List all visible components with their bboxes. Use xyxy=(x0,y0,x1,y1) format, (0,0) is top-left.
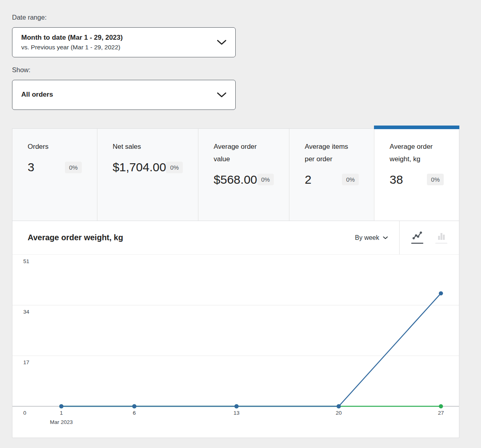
delta-badge: 0% xyxy=(257,174,274,185)
interval-select[interactable]: By week xyxy=(344,221,399,254)
summary-card-label: Orders xyxy=(28,141,82,153)
chevron-down-icon xyxy=(383,236,388,239)
active-type-indicator xyxy=(411,243,423,244)
delta-badge: 0% xyxy=(427,174,444,185)
svg-text:13: 13 xyxy=(234,410,240,416)
svg-text:51: 51 xyxy=(23,258,29,264)
show-select[interactable]: All orders xyxy=(12,80,236,110)
date-range-select-text: Month to date (Mar 1 - 29, 2023) vs. Pre… xyxy=(21,33,123,52)
chart-header: Average order weight, kg By week xyxy=(12,221,459,255)
line-chart-toggle-button[interactable] xyxy=(411,231,423,244)
summary-card-orders[interactable]: Orders 3 0% xyxy=(12,129,97,221)
summary-card-label: Net sales xyxy=(113,141,183,153)
bar-chart-icon xyxy=(437,231,446,240)
chevron-down-icon xyxy=(217,92,226,98)
summary-card-average-items-per-order[interactable]: Average items per order 2 0% xyxy=(289,129,374,221)
date-range-select[interactable]: Month to date (Mar 1 - 29, 2023) vs. Pre… xyxy=(12,27,236,57)
summary-card-label: Average order weight, kg xyxy=(390,141,444,166)
summary-card-average-order-weight[interactable]: Average order weight, kg 38 0% xyxy=(374,129,459,221)
delta-badge: 0% xyxy=(65,162,82,173)
analytics-page: Date range: Month to date (Mar 1 - 29, 2… xyxy=(12,0,459,438)
summary-card-value: $568.00 xyxy=(214,173,257,186)
summary-card-value: $1,704.00 xyxy=(113,160,166,174)
svg-text:Mar 2023: Mar 2023 xyxy=(50,419,73,425)
summary-card-value: 3 xyxy=(28,160,34,174)
line-chart: 173451016132027Mar 2023 xyxy=(12,255,459,438)
interval-label: By week xyxy=(355,234,379,241)
svg-text:1: 1 xyxy=(60,410,63,416)
delta-badge: 0% xyxy=(166,162,183,173)
chart-controls: By week xyxy=(344,221,459,254)
svg-text:20: 20 xyxy=(336,410,342,416)
svg-text:27: 27 xyxy=(438,410,444,416)
delta-badge: 0% xyxy=(342,174,359,185)
line-chart-icon xyxy=(412,231,422,240)
show-label: Show: xyxy=(12,66,459,74)
chart-type-toggle xyxy=(400,221,459,254)
show-value: All orders xyxy=(21,90,53,100)
bar-chart-toggle-button[interactable] xyxy=(435,231,447,244)
summary-card-net-sales[interactable]: Net sales $1,704.00 0% xyxy=(97,129,198,221)
summary-card-label: Average items per order xyxy=(305,141,359,166)
svg-text:17: 17 xyxy=(23,359,29,365)
inactive-type-indicator xyxy=(435,243,447,244)
chart-block: Orders 3 0% Net sales $1,704.00 0% Avera… xyxy=(12,128,459,438)
chart-title: Average order weight, kg xyxy=(28,233,123,242)
chart-plot-area: 173451016132027Mar 2023 xyxy=(12,255,459,438)
date-range-compare: vs. Previous year (Mar 1 - 29, 2022) xyxy=(21,43,123,52)
svg-text:0: 0 xyxy=(23,410,26,416)
svg-text:34: 34 xyxy=(23,309,30,315)
summary-card-label: Average order value xyxy=(214,141,274,166)
summary-numbers: Orders 3 0% Net sales $1,704.00 0% Avera… xyxy=(12,129,459,221)
date-range-value: Month to date (Mar 1 - 29, 2023) xyxy=(21,33,123,43)
svg-text:6: 6 xyxy=(133,410,136,416)
date-range-label: Date range: xyxy=(12,14,459,21)
summary-card-average-order-value[interactable]: Average order value $568.00 0% xyxy=(198,129,289,221)
summary-card-value: 38 xyxy=(390,173,403,186)
chevron-down-icon xyxy=(217,40,226,45)
summary-card-value: 2 xyxy=(305,173,311,186)
